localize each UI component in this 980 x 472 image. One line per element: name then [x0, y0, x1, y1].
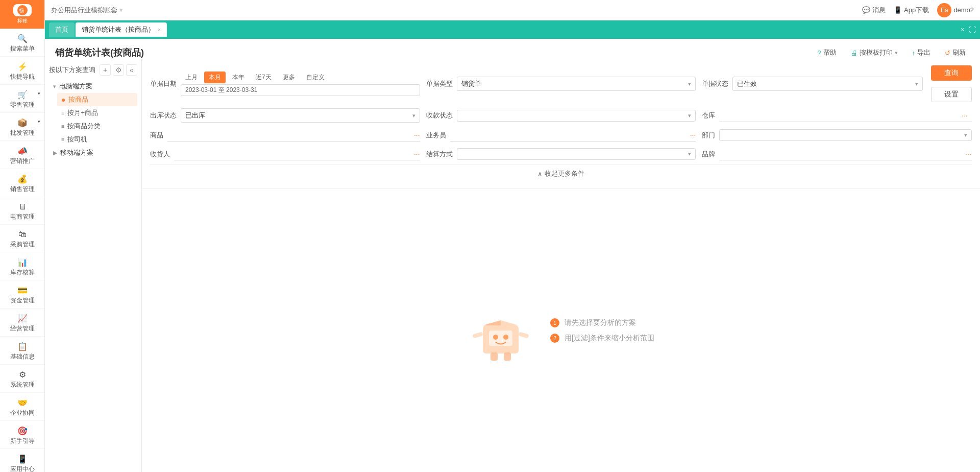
empty-step-1: 1 请先选择要分析的方案	[550, 318, 654, 327]
salesperson-input[interactable]: ···	[450, 129, 696, 141]
tree-item-pc[interactable]: ▾ 电脑端方案	[49, 80, 137, 93]
help-icon: ?	[817, 49, 821, 57]
sidebar-item-system[interactable]: ⚙ 系统管理	[0, 365, 44, 393]
settlement-select[interactable]: ▾	[457, 148, 696, 160]
collapse-filter-button[interactable]: ∧ 收起更多条件	[150, 164, 972, 182]
sidebar-item-purchase[interactable]: 🛍 采购管理	[0, 225, 44, 252]
payment-status-label: 收款状态	[426, 111, 453, 120]
left-panel-title: 按以下方案查询	[49, 65, 95, 75]
sidebar-item-enterprise[interactable]: 🤝 企业协同	[0, 393, 44, 421]
date-tab-7days[interactable]: 近7天	[251, 72, 276, 83]
quick-nav-icon: ⚡	[17, 62, 28, 72]
tab-fullscreen-icon[interactable]: ⛶	[969, 26, 976, 34]
tree-mobile-section: ▶ 移动端方案	[49, 146, 137, 159]
tab-close-all-icon[interactable]: ×	[961, 26, 965, 34]
tree-item-by-category[interactable]: ≡ 按商品分类	[57, 120, 137, 133]
tree-item-mobile[interactable]: ▶ 移动端方案	[49, 146, 137, 159]
content-area: 销货单统计表(按商品) ? 帮助 🖨 按模板打印 ▾ ↑ 导出	[45, 39, 980, 472]
sidebar-item-operations[interactable]: 📈 经营管理	[0, 309, 44, 337]
query-button[interactable]: 查询	[931, 65, 972, 81]
svg-point-4	[493, 335, 498, 340]
warehouse-input[interactable]: ···	[719, 109, 972, 122]
settings-scheme-button[interactable]: ⚙	[113, 64, 124, 76]
avatar: Ea	[937, 3, 951, 17]
product-input[interactable]: ···	[167, 129, 420, 141]
date-tabs: 上月 本月 本年 近7天 更多 自定义	[181, 72, 420, 83]
print-icon: 🖨	[851, 49, 857, 57]
sidebar-item-sales[interactable]: 💰 销售管理	[0, 169, 44, 197]
step-1-number: 1	[550, 318, 559, 327]
doc-status-label: 单据状态	[702, 79, 728, 88]
tab-close-button[interactable]: ×	[158, 27, 161, 33]
date-range-display[interactable]: 2023-03-01 至 2023-03-31	[181, 84, 420, 96]
tree-item-by-month-product[interactable]: ≡ 按月+商品	[57, 106, 137, 120]
page-header-actions: ? 帮助 🖨 按模板打印 ▾ ↑ 导出 ↺ 刷新	[813, 46, 970, 59]
tree-item-by-cashier[interactable]: ≡ 按司机	[57, 133, 137, 146]
tree-item-by-product[interactable]: ● 按商品	[57, 93, 137, 106]
date-tab-custom[interactable]: 自定义	[302, 72, 329, 83]
tree-arrow-mobile: ▶	[53, 150, 57, 156]
doc-type-caret: ▾	[688, 81, 691, 87]
sidebar-item-guide[interactable]: 🎯 新手引导	[0, 421, 44, 449]
brand-dots[interactable]: ···	[966, 150, 972, 158]
message-action[interactable]: 💬 消息	[862, 6, 886, 15]
date-tab-last-month[interactable]: 上月	[181, 72, 202, 83]
filter-row-1: 单据日期 上月 本月 本年 近7天 更多 自定义	[150, 65, 972, 102]
user-profile-action[interactable]: Ea demo2	[937, 3, 974, 17]
export-button[interactable]: ↑ 导出	[908, 46, 935, 59]
export-icon: ↑	[912, 49, 916, 57]
tab-sales-stats[interactable]: 销货单统计表（按商品） ×	[76, 22, 167, 37]
stock-status-label: 出库状态	[150, 111, 177, 120]
department-label: 部门	[702, 131, 715, 140]
settlement-cell: 结算方式 ▾	[426, 148, 696, 160]
sidebar-item-marketing[interactable]: 📣 营销推广	[0, 141, 44, 169]
product-dots[interactable]: ···	[414, 131, 420, 139]
sidebar-item-quick-nav[interactable]: ⚡ 快捷导航	[0, 57, 44, 85]
sidebar-item-inventory[interactable]: 📊 库存核算	[0, 252, 44, 280]
sidebar-item-basic[interactable]: 📋 基础信息	[0, 337, 44, 365]
tab-home[interactable]: 首页	[49, 22, 75, 37]
by-category-icon: ≡	[61, 123, 64, 129]
recipient-input[interactable]: ···	[174, 148, 420, 160]
sidebar-item-finance[interactable]: 💳 资金管理	[0, 280, 44, 309]
date-tab-this-month[interactable]: 本月	[204, 72, 226, 83]
svg-rect-7	[518, 332, 529, 339]
date-tab-this-year[interactable]: 本年	[228, 72, 249, 83]
department-select[interactable]: ▾	[719, 129, 972, 141]
doc-status-select[interactable]: 已生效 ▾	[732, 77, 923, 91]
filter-row-3: 商品 ··· 业务员 ···	[150, 129, 972, 141]
warehouse-dots[interactable]: ···	[962, 111, 968, 120]
settings-button[interactable]: 设置	[931, 87, 972, 102]
doc-status-caret: ▾	[915, 81, 918, 87]
date-tab-more[interactable]: 更多	[278, 72, 300, 83]
tree-label-pc: 电脑端方案	[59, 82, 92, 91]
by-cashier-icon: ≡	[61, 136, 64, 143]
brand-label: 品牌	[702, 150, 715, 159]
sidebar-item-ecommerce[interactable]: 🖥 电商管理	[0, 197, 44, 225]
add-scheme-button[interactable]: +	[100, 64, 111, 76]
sidebar-item-app-center[interactable]: 📱 应用中心	[0, 449, 44, 472]
stock-status-select[interactable]: 已出库 ▾	[181, 108, 420, 123]
recipient-dots[interactable]: ···	[414, 150, 420, 158]
svg-rect-9	[504, 352, 511, 361]
svg-point-5	[503, 335, 508, 340]
refresh-button[interactable]: ↺ 刷新	[941, 46, 970, 59]
sidebar-item-wholesale[interactable]: 📦 批发管理	[0, 113, 44, 141]
doc-type-select[interactable]: 销货单 ▾	[457, 77, 696, 91]
payment-status-select[interactable]: ▾	[457, 110, 696, 122]
sidebar-item-search[interactable]: 🔍 搜索菜单	[0, 29, 44, 57]
brand-input[interactable]: ···	[719, 148, 972, 160]
collapse-panel-button[interactable]: «	[126, 64, 137, 76]
empty-step-2: 2 用[过滤]条件来缩小分析范围	[550, 334, 654, 343]
step-1-text: 请先选择要分析的方案	[565, 318, 636, 327]
empty-state: 1 请先选择要分析的方案 2 用[过滤]条件来缩小分析范围	[468, 297, 654, 364]
salesperson-cell: 业务员 ···	[426, 129, 696, 141]
app-download-action[interactable]: 📱 App下载	[894, 6, 929, 15]
salesperson-dots[interactable]: ···	[690, 131, 696, 139]
enterprise-icon: 🤝	[17, 398, 28, 408]
product-cell: 商品 ···	[150, 129, 420, 141]
download-icon: 📱	[894, 6, 902, 14]
help-button[interactable]: ? 帮助	[813, 46, 840, 59]
print-button[interactable]: 🖨 按模板打印 ▾	[847, 46, 902, 59]
sidebar-item-retail[interactable]: 🛒 零售管理	[0, 85, 44, 113]
